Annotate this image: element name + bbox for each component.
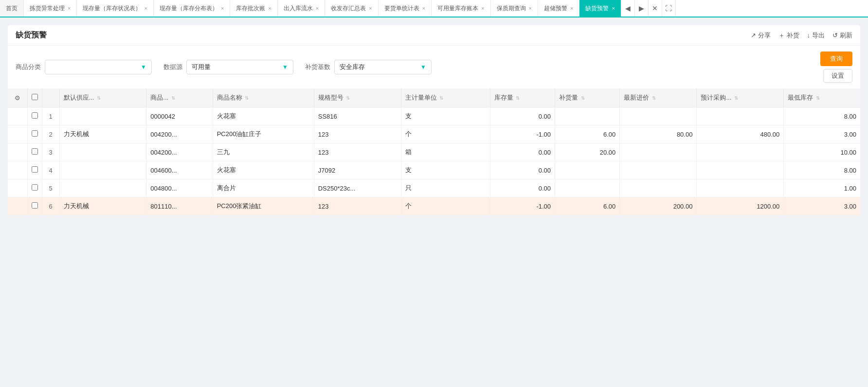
row-product-name: 火花塞 — [213, 107, 314, 125]
row-settings-cell — [8, 107, 27, 125]
filter-actions: 查询 设置 — [820, 52, 852, 83]
sort-spec-icon[interactable]: ⇅ — [346, 95, 350, 101]
col-latest-price: 最新进价 ⇅ — [620, 88, 697, 107]
row-checkbox-cell — [27, 125, 42, 143]
data-table: ⚙ 默认供应... ⇅ 商品... ⇅ 商品名称 ⇅ — [8, 88, 860, 215]
row-checkbox[interactable] — [32, 166, 38, 173]
row-number: 5 — [42, 179, 59, 197]
row-replenish-qty: 6.00 — [555, 197, 620, 215]
tab-overstock[interactable]: 超储预警 × — [538, 0, 579, 17]
datasource-select[interactable]: 可用量 ▼ — [186, 60, 293, 74]
col-min-stock-label: 最低库存 — [788, 94, 813, 101]
row-min-stock: 3.00 — [784, 125, 860, 143]
row-est-purchase — [697, 107, 784, 125]
row-unit: 支 — [401, 161, 490, 179]
query-button[interactable]: 查询 — [820, 52, 852, 66]
table-row[interactable]: 6 力天机械 801110... PC200张紧油缸 123 个 -1.00 6… — [8, 197, 860, 215]
row-min-stock: 8.00 — [784, 161, 860, 179]
tab-close-abnormal[interactable]: × — [68, 5, 71, 11]
row-number: 4 — [42, 161, 59, 179]
sort-unit-icon[interactable]: ⇅ — [439, 95, 443, 101]
tab-expiry[interactable]: 保质期查询 × — [491, 0, 538, 17]
datasource-select-value: 可用量 — [192, 63, 211, 71]
table-row[interactable]: 3 004200... 三九 123 箱 0.00 20.00 10.00 — [8, 143, 860, 161]
row-checkbox[interactable] — [32, 130, 38, 137]
category-filter-group: 商品分类 ▼ — [16, 60, 152, 74]
tab-close-available-ledger[interactable]: × — [481, 5, 484, 11]
row-spec: SS816 — [314, 107, 401, 125]
tab-inout-flow[interactable]: 出入库流水 × — [278, 0, 325, 17]
sort-est-purchase-icon[interactable]: ⇅ — [734, 95, 738, 101]
row-product-name: PC200油缸庄子 — [213, 125, 314, 143]
tab-abnormal[interactable]: 拣货异常处理 × — [24, 0, 77, 17]
category-dropdown-icon: ▼ — [141, 64, 146, 70]
tab-inventory-status[interactable]: 现存量（库存状况表） × — [77, 0, 153, 17]
table-row[interactable]: 2 力天机械 004200... PC200油缸庄子 123 个 -1.00 6… — [8, 125, 860, 143]
refresh-button[interactable]: ↺ 刷新 — [832, 31, 852, 40]
tab-close-recv-summary[interactable]: × — [369, 5, 372, 11]
tab-shortage[interactable]: 缺货预警 × — [579, 0, 621, 17]
col-latest-price-label: 最新进价 — [624, 94, 649, 101]
tab-demand-stat[interactable]: 要货单统计表 × — [379, 0, 432, 17]
row-checkbox[interactable] — [32, 148, 38, 155]
datasource-filter-group: 数据源 可用量 ▼ — [163, 60, 293, 74]
row-number: 2 — [42, 125, 59, 143]
col-product-name: 商品名称 ⇅ — [213, 88, 314, 107]
tab-close-inventory-status[interactable]: × — [144, 5, 147, 11]
tab-close-expiry[interactable]: × — [529, 5, 532, 11]
table-row[interactable]: 1 0000042 火花塞 SS816 支 0.00 8.00 — [8, 107, 860, 125]
share-button[interactable]: ↗ 分享 — [751, 31, 771, 40]
row-replenish-qty — [555, 107, 620, 125]
share-icon: ↗ — [751, 32, 756, 39]
tab-prev-btn[interactable]: ◀ — [621, 0, 635, 17]
sort-product-name-icon[interactable]: ⇅ — [245, 95, 249, 101]
col-est-purchase-label: 预计采购... — [701, 94, 731, 101]
page-header: 缺货预警 ↗ 分享 ＋ 补货 ↓ 导出 ↺ 刷新 — [8, 25, 860, 45]
tab-close-all-btn[interactable]: ✕ — [649, 0, 662, 17]
row-checkbox[interactable] — [32, 112, 38, 119]
col-unit-label: 主计量单位 — [405, 94, 437, 101]
row-checkbox[interactable] — [32, 202, 38, 209]
tab-home[interactable]: 首页 — [0, 0, 24, 17]
sort-stock-icon[interactable]: ⇅ — [516, 95, 520, 101]
header-actions: ↗ 分享 ＋ 补货 ↓ 导出 ↺ 刷新 — [751, 31, 853, 40]
sort-latest-price-icon[interactable]: ⇅ — [652, 95, 656, 101]
select-all-checkbox[interactable] — [32, 94, 38, 100]
row-product-name: 火花塞 — [213, 161, 314, 179]
datasource-label: 数据源 — [163, 63, 182, 71]
tab-batch[interactable]: 库存批次账 × — [230, 0, 277, 17]
col-settings[interactable]: ⚙ — [8, 88, 27, 107]
row-latest-price — [620, 107, 697, 125]
export-button[interactable]: ↓ 导出 — [807, 31, 825, 40]
row-checkbox-cell — [27, 197, 42, 215]
row-product-code: 004200... — [146, 143, 213, 161]
tab-close-inventory-dist[interactable]: × — [221, 5, 224, 11]
tab-inventory-dist[interactable]: 现存量（库存分布表） × — [154, 0, 230, 17]
replenish-basis-select[interactable]: 安全库存 ▼ — [334, 60, 432, 74]
tab-close-batch[interactable]: × — [268, 5, 271, 11]
tab-close-inout-flow[interactable]: × — [316, 5, 319, 11]
tab-close-shortage[interactable]: × — [612, 5, 615, 11]
settings-button[interactable]: 设置 — [823, 69, 852, 83]
category-select[interactable]: ▼ — [45, 60, 152, 74]
tab-close-overstock[interactable]: × — [570, 5, 573, 11]
tab-available-ledger[interactable]: 可用量库存账本 × — [432, 0, 490, 17]
row-settings-cell — [8, 143, 27, 161]
table-row[interactable]: 5 004800... 离合片 DS250*23c... 只 0.00 1.00 — [8, 179, 860, 197]
row-est-purchase — [697, 179, 784, 197]
row-default-supplier — [59, 107, 146, 125]
row-latest-price — [620, 143, 697, 161]
tab-fullscreen-btn[interactable]: ⛶ — [662, 0, 676, 17]
tab-recv-summary[interactable]: 收发存汇总表 × — [325, 0, 378, 17]
sort-min-stock-icon[interactable]: ⇅ — [816, 95, 820, 101]
tab-next-btn[interactable]: ▶ — [635, 0, 649, 17]
table-row[interactable]: 4 004600... 火花塞 J7092 支 0.00 8.00 — [8, 161, 860, 179]
main-content: 缺货预警 ↗ 分享 ＋ 补货 ↓ 导出 ↺ 刷新 商品分类 — [0, 18, 868, 387]
row-checkbox[interactable] — [32, 184, 38, 191]
sort-default-supplier-icon[interactable]: ⇅ — [97, 95, 101, 101]
replenish-button[interactable]: ＋ 补货 — [778, 31, 799, 40]
tab-close-demand-stat[interactable]: × — [422, 5, 425, 11]
sort-product-code-icon[interactable]: ⇅ — [171, 95, 175, 101]
row-settings-cell — [8, 197, 27, 215]
sort-replenish-qty-icon[interactable]: ⇅ — [581, 95, 585, 101]
